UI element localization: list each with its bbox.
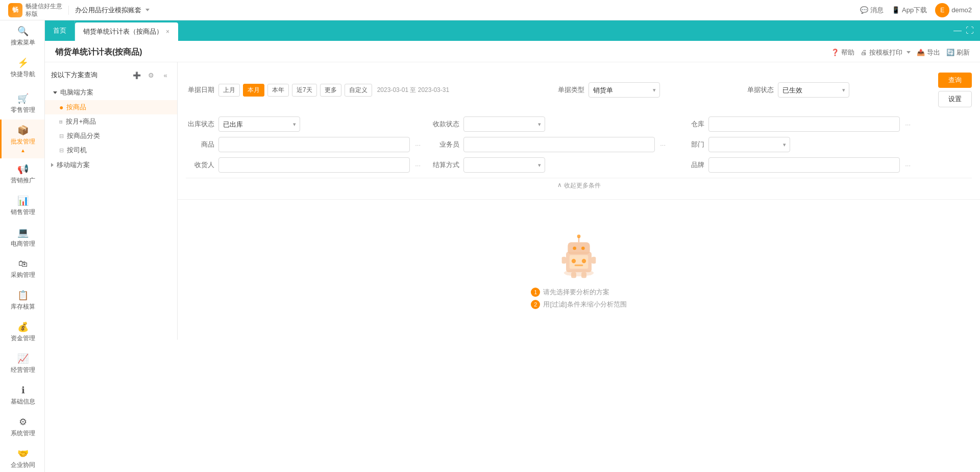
help-btn[interactable]: ❓ 帮助	[831, 48, 854, 57]
sidebar-item-operations[interactable]: 📈 经营管理	[0, 348, 44, 380]
out-status-select[interactable]: 已出库	[218, 116, 300, 132]
sidebar-item-ecommerce[interactable]: 💻 电商管理	[0, 222, 44, 253]
filter-item-collection: 收款状态	[431, 116, 668, 132]
filter-row-4: 收货人 ··· 结算方式	[186, 157, 972, 173]
sidebar-item-marketing[interactable]: 📢 营销推广	[0, 158, 44, 190]
tree-item-by-product[interactable]: ● 按商品	[45, 100, 177, 114]
help-icon: ❓	[831, 49, 839, 56]
date-btn-last7[interactable]: 近7天	[292, 84, 317, 97]
marketing-icon: 📢	[17, 163, 29, 175]
date-group: 上月 本月 本年 近7天 更多 自定义 2023-03-01 至 2023-03…	[218, 84, 449, 97]
refresh-btn[interactable]: 🔄 刷新	[946, 48, 970, 57]
svg-rect-13	[571, 272, 576, 278]
app-selector[interactable]: 办公用品行业模拟账套	[68, 6, 150, 15]
brand-label: 品牌	[676, 160, 704, 170]
salesman-more-btn[interactable]: ···	[658, 141, 668, 149]
date-btn-this-year[interactable]: 本年	[267, 84, 289, 97]
collapse-filter-btn[interactable]: ∧ 收起更多条件	[186, 178, 972, 193]
date-btn-custom[interactable]: 自定义	[345, 84, 372, 97]
filter-control-status: 已生效	[778, 82, 926, 98]
salesman-input[interactable]	[463, 137, 655, 152]
filter-control-collection	[463, 116, 668, 132]
settlement-select-wrap	[463, 157, 545, 173]
page-header: 销货单统计计表(按商品) ❓ 帮助 🖨 按模板打印 📤 导出	[45, 41, 980, 62]
date-btn-this-month[interactable]: 本月	[243, 84, 264, 97]
svg-rect-7	[592, 257, 596, 264]
message-btn[interactable]: 💬 消息	[860, 6, 884, 15]
wholesale-icon: 📦	[17, 125, 29, 136]
receiver-more-btn[interactable]: ···	[413, 161, 423, 169]
brand-input[interactable]	[708, 157, 900, 173]
type-label: 单据类型	[556, 85, 584, 95]
warehouse-input[interactable]	[708, 116, 900, 132]
status-select[interactable]: 已生效	[778, 82, 849, 98]
empty-line-1: 1 请先选择要分析的方案	[531, 288, 626, 297]
tab-close-btn[interactable]: ×	[166, 28, 169, 35]
tree-pc-section[interactable]: 电脑端方案	[45, 85, 177, 100]
filter-item-salesman: 业务员 ···	[431, 137, 668, 152]
sidebar-item-search[interactable]: 🔍 搜索菜单	[0, 20, 44, 52]
empty-state: 1 请先选择要分析的方案 2 用[过滤]条件来缩小分析范围	[178, 200, 980, 340]
sidebar-item-enterprise-collab[interactable]: 🤝 企业协同	[0, 443, 44, 472]
left-panel-icons: ➕ ⚙ «	[131, 69, 171, 81]
tree-item-month-product[interactable]: ⊞ 按月+商品	[45, 114, 177, 129]
app-download-btn[interactable]: 📱 App下载	[892, 6, 927, 15]
tree-item-by-printer[interactable]: ⊟ 按司机	[45, 143, 177, 157]
date-btn-last-month[interactable]: 上月	[218, 84, 240, 97]
retail-icon: 🛒	[17, 93, 29, 104]
content-area: 首页 销货单统计计表（按商品） × — ⛶ 销货单统计计表(按商品) ❓ 帮助	[45, 20, 980, 472]
print-btn[interactable]: 🖨 按模板打印	[861, 48, 911, 57]
settlement-label: 结算方式	[431, 160, 459, 170]
collection-select[interactable]	[463, 116, 545, 132]
sidebar-item-purchase[interactable]: 🛍 采购管理	[0, 253, 44, 285]
inventory-icon: 📋	[17, 290, 29, 301]
sidebar-item-basic-info[interactable]: ℹ 基础信息	[0, 380, 44, 411]
product-more-btn[interactable]: ···	[413, 141, 423, 149]
add-scheme-btn[interactable]: ➕	[131, 69, 142, 81]
tab-active[interactable]: 销货单统计计表（按商品） ×	[75, 22, 178, 41]
filter-control-dept	[708, 137, 913, 152]
sidebar-item-shortcuts[interactable]: ⚡ 快捷导航	[0, 52, 44, 84]
three-panel: 按以下方案查询 ➕ ⚙ « 电脑端方案 ●	[45, 62, 980, 340]
dept-select[interactable]	[708, 137, 790, 152]
sidebar-item-retail[interactable]: 🛒 零售管理	[0, 88, 44, 120]
sidebar-item-inventory[interactable]: 📋 库存核算	[0, 285, 44, 316]
warehouse-label: 仓库	[676, 120, 704, 129]
filter-control-warehouse: ···	[708, 116, 913, 132]
export-btn[interactable]: 📤 导出	[917, 48, 940, 57]
collapse-panel-btn[interactable]: «	[160, 69, 171, 81]
sidebar-item-system[interactable]: ⚙ 系统管理	[0, 411, 44, 443]
query-btn[interactable]: 查询	[938, 73, 972, 88]
sales-icon: 📊	[17, 195, 29, 206]
page-actions: ❓ 帮助 🖨 按模板打印 📤 导出 🔄 刷新	[831, 48, 970, 57]
product-input[interactable]	[218, 137, 410, 152]
type-select[interactable]: 销货单	[589, 82, 660, 98]
tree-mobile-section[interactable]: 移动端方案	[45, 157, 177, 173]
filter-item-receiver: 收货人 ···	[186, 157, 423, 173]
settings-btn[interactable]: 设置	[938, 91, 972, 107]
user-avatar-area[interactable]: E demo2	[935, 3, 972, 17]
warehouse-more-btn[interactable]: ···	[903, 121, 913, 128]
tab-minimize-btn[interactable]: —	[953, 26, 962, 35]
out-status-label: 出库状态	[186, 120, 214, 129]
receiver-input[interactable]	[218, 157, 410, 173]
brand-more-btn[interactable]: ···	[903, 161, 913, 169]
status-label: 单据状态	[745, 85, 774, 95]
left-panel-header: 按以下方案查询 ➕ ⚙ «	[45, 67, 177, 85]
tab-maximize-btn[interactable]: ⛶	[966, 26, 974, 35]
settlement-select[interactable]	[463, 157, 545, 173]
ecommerce-icon: 💻	[17, 227, 29, 238]
left-panel: 按以下方案查询 ➕ ⚙ « 电脑端方案 ●	[45, 62, 178, 340]
filter-item-out-status: 出库状态 已出库	[186, 116, 423, 132]
edit-scheme-btn[interactable]: ⚙	[145, 69, 157, 81]
sidebar-item-wholesale[interactable]: 📦 批发管理 ▲	[0, 120, 44, 158]
sidebar-item-finance[interactable]: 💰 资金管理	[0, 316, 44, 348]
svg-point-3	[572, 259, 576, 263]
main-layout: 🔍 搜索菜单 ⚡ 快捷导航 🛒 零售管理 📦 批发管理 ▲ 📢 营销推广 📊 销…	[0, 20, 980, 472]
date-btn-more[interactable]: 更多	[320, 84, 341, 97]
operations-icon: 📈	[17, 353, 29, 364]
tab-home[interactable]: 首页	[45, 20, 75, 41]
tree-item-product-category[interactable]: ⊟ 按商品分类	[45, 129, 177, 143]
sidebar-item-sales[interactable]: 📊 销售管理	[0, 190, 44, 222]
refresh-icon: 🔄	[946, 49, 954, 56]
